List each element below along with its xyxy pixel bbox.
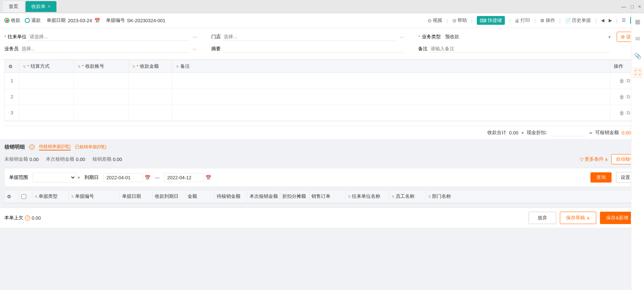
footer-info-icon[interactable]: ⓘ xyxy=(25,215,30,221)
business-type-chevron[interactable]: ▾ xyxy=(608,34,611,40)
row-2-delete-icon[interactable]: 🗑 xyxy=(619,94,624,100)
bth-checkbox[interactable] xyxy=(19,190,32,203)
total-value: 0.00 xyxy=(509,130,518,136)
refund-radio[interactable]: 退款 xyxy=(25,17,41,24)
sidebar-clip-icon[interactable]: 📎 xyxy=(632,50,644,62)
query-btn[interactable]: 查询 xyxy=(590,172,612,183)
nav-next-btn[interactable]: ▶ xyxy=(609,18,612,23)
row-1-amount[interactable] xyxy=(129,73,172,89)
bth-sales-order: 销售订单 xyxy=(309,190,346,203)
summary-input[interactable] xyxy=(222,45,404,53)
bth-settings[interactable]: ⚙ xyxy=(5,190,19,203)
pending-tab[interactable]: 待核销单据(0笔) xyxy=(39,144,71,150)
store-field: 门店 ··· xyxy=(211,33,404,41)
diff-value: 0.00 xyxy=(113,157,122,162)
uncancelled-value: 0.00 xyxy=(30,157,39,162)
table-row: 1 🗑 ⧉ xyxy=(5,73,639,89)
discard-btn[interactable]: 放弃 xyxy=(529,212,556,224)
row-1-payment[interactable] xyxy=(19,73,74,89)
table-row: 2 🗑 ⧉ xyxy=(5,89,639,105)
history-btn[interactable]: 📄 历史单据 xyxy=(565,17,591,24)
remarks-field: 备注 xyxy=(418,45,610,53)
row-2-account[interactable] xyxy=(74,89,129,105)
summary-field: 摘要 xyxy=(211,45,404,53)
sidebar-mail-icon[interactable]: ✉ xyxy=(633,33,642,44)
bth-due-date: 收款到期日 xyxy=(153,190,185,203)
footer-right: 放弃 保存草稿 ∧ 保存&新增 ∧ xyxy=(529,212,640,224)
help-btn[interactable]: ⊙ 帮助 xyxy=(452,17,467,24)
bth-this-cancel: 本次核销金额 xyxy=(247,190,280,203)
range-select[interactable] xyxy=(32,173,76,183)
tab-receipt[interactable]: 收款单 × xyxy=(25,1,56,12)
operation-btn[interactable]: ⚙ 操作 xyxy=(540,17,555,24)
th-payment-method: ⇅ * 结算方式 xyxy=(19,60,74,72)
number-value: SK-20230324-001 xyxy=(127,18,166,23)
close-btn[interactable]: × xyxy=(638,4,641,9)
row-3-delete-icon[interactable]: 🗑 xyxy=(619,110,624,116)
done-tab[interactable]: 已核销单据(0笔) xyxy=(75,144,107,150)
store-more-btn[interactable]: ··· xyxy=(400,34,404,40)
net-label: 可核销金额 xyxy=(595,129,619,136)
row-1-num: 1 xyxy=(5,73,19,89)
date-from-calendar-icon[interactable]: 📅 xyxy=(145,175,150,180)
maximize-btn[interactable]: □ xyxy=(631,4,633,9)
row-3-note[interactable] xyxy=(172,105,610,121)
row-1-note[interactable] xyxy=(172,73,610,89)
bth-doc-type: ⇅ 单据类型 xyxy=(32,190,69,203)
staff-field: 业务员 ··· xyxy=(4,45,197,53)
save-draft-btn[interactable]: 保存草稿 ∧ xyxy=(560,212,596,224)
row-3-amount[interactable] xyxy=(129,105,172,121)
tab-close-icon[interactable]: × xyxy=(48,4,51,9)
print-icon: 🖨 xyxy=(515,18,519,23)
row-2-amount[interactable] xyxy=(129,89,172,105)
menu-icon[interactable]: ☰ xyxy=(622,18,626,23)
more-filter-btn[interactable]: ▽ 更多条件 ∧ xyxy=(580,156,608,162)
date-field-group: 单据日期 2023-03-24 📅 xyxy=(47,17,100,24)
shortcut-btn[interactable]: ⌨ 快捷键 xyxy=(477,16,505,25)
remarks-label: 备注 xyxy=(418,46,428,52)
row-1-delete-icon[interactable]: 🗑 xyxy=(619,78,624,84)
bth-dept: ⇅ 部门名称 xyxy=(426,190,462,203)
row-2-payment[interactable] xyxy=(19,89,74,105)
main-content: 收款 退款 单据日期 2023-03-24 📅 单据编号 SK-20230324… xyxy=(0,13,644,228)
discount-input[interactable] xyxy=(550,129,586,136)
date-to-calendar-icon[interactable]: 📅 xyxy=(205,175,211,180)
filter-icon: ▽ xyxy=(580,157,584,162)
remarks-input[interactable] xyxy=(429,45,610,53)
footer: 本单上欠 ⓘ 0.00 放弃 保存草稿 ∧ 保存&新增 ∧ xyxy=(0,208,644,228)
video-btn[interactable]: ⊙ 视频 xyxy=(428,17,442,24)
date-calendar-icon[interactable]: 📅 xyxy=(94,18,100,23)
tab-home[interactable]: 首页 xyxy=(3,1,24,12)
window-controls: — □ × xyxy=(621,4,641,9)
date-from-input[interactable] xyxy=(103,173,143,182)
counterpart-input[interactable] xyxy=(28,33,190,41)
row-2-note[interactable] xyxy=(172,89,610,105)
date-to-input[interactable] xyxy=(164,173,204,182)
th-account: ⇅ * 收款账号 xyxy=(74,60,129,72)
form-row-1: * 往来单位 ··· 门店 ··· * 业务类型 预收款 ▾ ⚙ xyxy=(4,32,640,42)
counterpart-more-btn[interactable]: ··· xyxy=(193,34,197,40)
writeoff-section: 核销明细 ⓘ 待核销单据(0笔) 已核销单据(0笔) 未核销金额 0.00 本次… xyxy=(0,139,644,208)
store-input[interactable] xyxy=(222,33,397,41)
row-3-copy-icon[interactable]: ⧉ xyxy=(627,110,630,116)
row-1-copy-icon[interactable]: ⧉ xyxy=(627,78,630,84)
writeoff-info-icon[interactable]: ⓘ xyxy=(29,144,35,150)
staff-more-btn[interactable]: ··· xyxy=(192,46,197,52)
row-2-copy-icon[interactable]: ⧉ xyxy=(627,94,630,100)
th-settings[interactable]: ⚙ xyxy=(5,60,19,72)
this-cancel-value: 0.00 xyxy=(76,157,85,162)
print-btn[interactable]: 🖨 打印 xyxy=(515,17,530,24)
nav-prev-btn[interactable]: ◀ xyxy=(601,18,604,23)
sidebar-table-icon[interactable]: ▦ xyxy=(633,16,643,27)
row-1-account[interactable] xyxy=(74,73,129,89)
receipt-radio[interactable]: 收款 xyxy=(4,17,20,24)
row-3-account[interactable] xyxy=(74,105,129,121)
date-to-field: 📅 xyxy=(164,173,211,182)
select-all-checkbox[interactable] xyxy=(21,194,26,199)
staff-input[interactable] xyxy=(20,45,189,53)
sidebar-expand-icon[interactable]: ⛶ xyxy=(633,67,643,78)
range-label: 单据范围 xyxy=(9,174,28,181)
minimize-btn[interactable]: — xyxy=(621,4,626,9)
settings-gear-icon: ⚙ xyxy=(621,34,625,40)
row-3-payment[interactable] xyxy=(19,105,74,121)
